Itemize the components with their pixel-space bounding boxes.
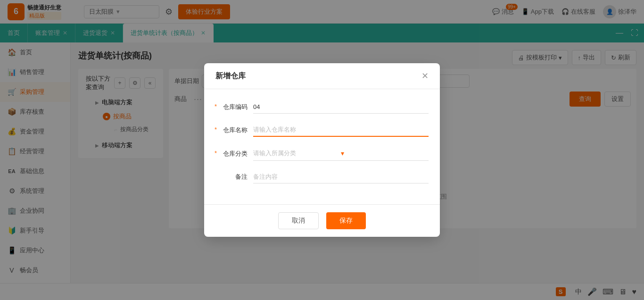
name-input[interactable]: [253, 123, 429, 137]
cancel-button[interactable]: 取消: [278, 212, 319, 229]
category-dropdown-icon: ▾: [341, 150, 429, 157]
modal-new-warehouse: 新增仓库 ✕ 仓库编码 仓库名称 仓库分类 请输入所属分类 ▾: [204, 63, 440, 237]
name-label: 仓库名称: [215, 126, 253, 134]
note-label: 备注: [215, 173, 253, 181]
form-row-name: 仓库名称: [215, 123, 429, 137]
modal-footer: 取消 保存: [204, 204, 440, 237]
modal-overlay[interactable]: 新增仓库 ✕ 仓库编码 仓库名称 仓库分类 请输入所属分类 ▾: [0, 0, 644, 300]
modal-body: 仓库编码 仓库名称 仓库分类 请输入所属分类 ▾ 备注: [204, 89, 440, 204]
modal-close-button[interactable]: ✕: [421, 71, 429, 81]
modal-header: 新增仓库 ✕: [204, 63, 440, 89]
category-label: 仓库分类: [215, 150, 253, 158]
form-row-code: 仓库编码: [215, 100, 429, 114]
category-placeholder: 请输入所属分类: [253, 149, 341, 158]
form-row-category: 仓库分类 请输入所属分类 ▾: [215, 146, 429, 161]
form-row-note: 备注: [215, 170, 429, 183]
note-input[interactable]: [253, 170, 429, 183]
code-input[interactable]: [253, 100, 429, 114]
save-button[interactable]: 保存: [326, 212, 366, 229]
modal-title: 新增仓库: [215, 71, 246, 81]
category-select[interactable]: 请输入所属分类 ▾: [253, 146, 429, 161]
code-label: 仓库编码: [215, 103, 253, 111]
